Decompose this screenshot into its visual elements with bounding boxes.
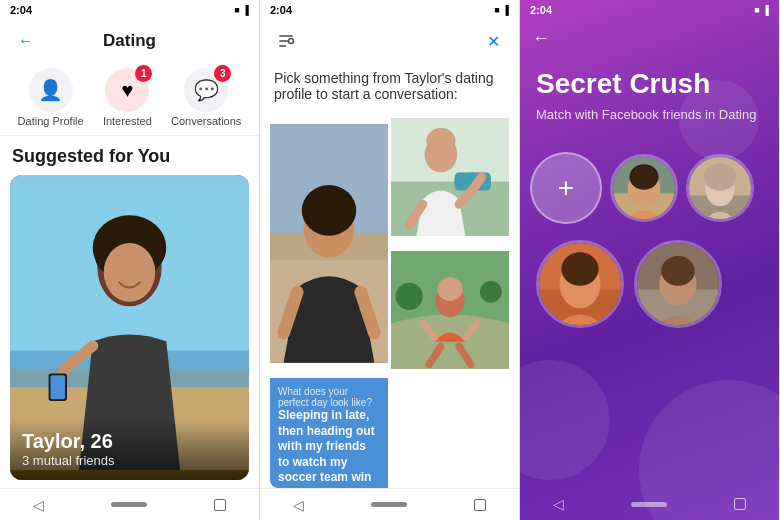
conversations-icon-bg: 💬 3 xyxy=(184,68,228,112)
status-icons-1: ■ ▐ xyxy=(234,5,249,15)
interested-badge: 1 xyxy=(135,65,152,82)
secret-crush-subtitle: Match with Facebook friends in Dating xyxy=(536,106,763,124)
suggested-label: Suggested for You xyxy=(0,136,259,175)
question-text: What does your perfect day look like? xyxy=(278,386,380,408)
dating-profile-icon: 👤 xyxy=(38,78,63,102)
crush-avatar-large-svg-2 xyxy=(637,243,719,325)
conversations-badge: 3 xyxy=(214,65,231,82)
p2-header: ✕ xyxy=(260,20,519,62)
home-pill-3[interactable] xyxy=(631,502,667,507)
status-bar-3: 2:04 ■ ▐ xyxy=(520,0,779,20)
nav-item-conversations[interactable]: 💬 3 Conversations xyxy=(171,68,241,127)
profile-overlay: Taylor, 26 3 mutual friends xyxy=(10,418,249,480)
status-bar-2: 2:04 ■ ▐ xyxy=(260,0,519,20)
crush-avatar-large-2[interactable] xyxy=(634,240,722,328)
recents-square-3[interactable] xyxy=(734,498,746,510)
deco-circle-2 xyxy=(520,360,610,480)
home-pill-2[interactable] xyxy=(371,502,407,507)
status-icons-2: ■ ▐ xyxy=(494,5,509,15)
nav-item-interested[interactable]: ♥ 1 Interested xyxy=(103,68,152,127)
dating-profile-icon-bg: 👤 xyxy=(29,68,73,112)
time-3: 2:04 xyxy=(530,4,552,16)
status-bar-1: 2:04 ■ ▐ xyxy=(0,0,259,20)
svg-point-38 xyxy=(704,163,737,190)
svg-point-46 xyxy=(661,256,695,286)
crush-avatar-large-1[interactable] xyxy=(536,240,624,328)
interested-icon-bg: ♥ 1 xyxy=(105,68,149,112)
filter-button[interactable] xyxy=(272,27,300,55)
conversations-icon: 💬 xyxy=(194,78,219,102)
nav-item-dating-profile[interactable]: 👤 Dating Profile xyxy=(18,68,84,127)
photo-cell-4[interactable]: What does your perfect day look like? Sl… xyxy=(270,378,388,488)
battery-icon-2: ■ xyxy=(494,5,499,15)
photo-cell-2[interactable] xyxy=(391,112,509,242)
panel-conversation: 2:04 ■ ▐ ✕ Pick something from Taylor's … xyxy=(260,0,520,520)
svg-rect-9 xyxy=(50,375,65,399)
back-button-1[interactable]: ← xyxy=(12,27,40,55)
photo-cell-1[interactable] xyxy=(270,112,388,375)
battery-icon-3: ■ xyxy=(754,5,759,15)
status-icons-3: ■ ▐ xyxy=(754,5,769,15)
back-button-3[interactable]: ← xyxy=(532,28,550,49)
crush-avatar-svg-1 xyxy=(613,157,675,219)
conversations-label: Conversations xyxy=(171,115,241,127)
time-2: 2:04 xyxy=(270,4,292,16)
battery-icon: ■ xyxy=(234,5,239,15)
home-pill[interactable] xyxy=(111,502,147,507)
svg-point-7 xyxy=(104,243,155,302)
crush-avatar-2[interactable] xyxy=(686,154,754,222)
crush-avatar-large-svg-1 xyxy=(539,243,621,325)
svg-point-27 xyxy=(396,283,423,310)
crush-bottom-row xyxy=(520,240,779,328)
add-crush-button[interactable]: + xyxy=(530,152,602,224)
close-button[interactable]: ✕ xyxy=(479,27,507,55)
photo-svg-1 xyxy=(270,112,388,375)
time-1: 2:04 xyxy=(10,4,32,16)
recents-square-2[interactable] xyxy=(474,499,486,511)
recents-square[interactable] xyxy=(214,499,226,511)
dating-nav: 👤 Dating Profile ♥ 1 Interested 💬 3 Conv… xyxy=(0,62,259,136)
p3-header: ← xyxy=(520,20,779,57)
profile-mutual: 3 mutual friends xyxy=(22,453,237,468)
dating-profile-label: Dating Profile xyxy=(18,115,84,127)
signal-icon-2: ▐ xyxy=(503,5,509,15)
back-gesture[interactable]: ◁ xyxy=(33,497,44,513)
svg-point-19 xyxy=(302,185,356,236)
answer-text: Sleeping in late, then heading out with … xyxy=(278,408,380,488)
bottom-nav-1: ◁ xyxy=(0,488,259,520)
back-gesture-3[interactable]: ◁ xyxy=(553,496,564,512)
photo-cell-3[interactable] xyxy=(391,245,509,375)
profile-name: Taylor, 26 xyxy=(22,430,237,453)
back-gesture-2[interactable]: ◁ xyxy=(293,497,304,513)
photo-svg-2 xyxy=(391,112,509,242)
panel-dating: 2:04 ■ ▐ ← Dating 👤 Dating Profile ♥ 1 I… xyxy=(0,0,260,520)
svg-point-34 xyxy=(629,164,658,190)
profile-card[interactable]: Taylor, 26 3 mutual friends xyxy=(10,175,249,480)
svg-point-30 xyxy=(437,277,462,301)
svg-point-13 xyxy=(289,39,294,44)
crush-avatar-svg-2 xyxy=(689,157,751,219)
interested-icon: ♥ xyxy=(121,79,133,102)
crush-avatars-row: + xyxy=(520,136,779,240)
filter-icon xyxy=(276,31,296,51)
bottom-nav-2: ◁ xyxy=(260,488,519,520)
crush-avatar-1[interactable] xyxy=(610,154,678,222)
photo-grid: What does your perfect day look like? Sl… xyxy=(270,112,509,488)
secret-crush-title: Secret Crush xyxy=(536,69,763,100)
interested-label: Interested xyxy=(103,115,152,127)
svg-point-42 xyxy=(561,252,598,286)
bottom-nav-3: ◁ xyxy=(520,488,779,520)
dating-title: Dating xyxy=(40,31,219,51)
svg-point-25 xyxy=(426,128,455,153)
panel-secret-crush: 2:04 ■ ▐ ← Secret Crush Match with Faceb… xyxy=(520,0,780,520)
signal-icon-3: ▐ xyxy=(763,5,769,15)
signal-icon: ▐ xyxy=(243,5,249,15)
photo-svg-3 xyxy=(391,245,509,375)
p3-content: Secret Crush Match with Facebook friends… xyxy=(520,57,779,136)
p2-prompt: Pick something from Taylor's dating prof… xyxy=(260,62,519,112)
svg-point-28 xyxy=(480,281,502,303)
dating-header: ← Dating xyxy=(0,20,259,62)
